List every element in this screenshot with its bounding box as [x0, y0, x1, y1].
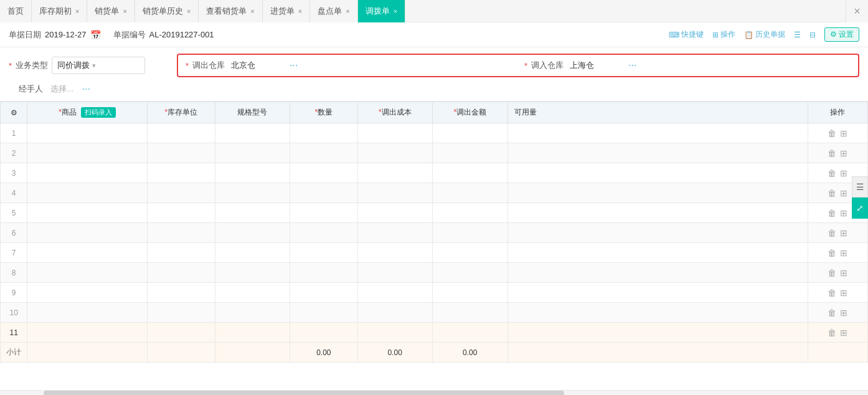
row-2-quantity[interactable] [290, 143, 357, 163]
row-3-available[interactable] [507, 163, 808, 183]
row-7-amount[interactable] [433, 243, 508, 263]
handler-more-btn[interactable]: ··· [82, 83, 90, 95]
transfer-in-more-btn[interactable]: ··· [628, 60, 636, 71]
row-4-available[interactable] [507, 183, 808, 203]
row-2-copy-icon[interactable]: ⊞ [840, 148, 847, 158]
tab-inventory-init[interactable]: 库存期初 × [32, 0, 87, 22]
row-4-copy-icon[interactable]: ⊞ [840, 188, 847, 198]
row-3-spec[interactable] [215, 163, 290, 183]
view-toggle-grid[interactable]: ⊟ [809, 31, 816, 39]
row-9-spec[interactable] [215, 283, 290, 303]
row-1-available[interactable] [507, 123, 808, 143]
row-8-product[interactable] [27, 263, 148, 283]
row-4-delete-icon[interactable]: 🗑 [828, 188, 836, 198]
tab-transfer-order-close[interactable]: × [394, 7, 397, 15]
tab-inventory-check[interactable]: 盘点单 × [310, 0, 357, 22]
scroll-thumb[interactable] [44, 391, 564, 395]
tab-view-sales-close[interactable]: × [250, 7, 254, 15]
main-close-button[interactable]: × [846, 0, 868, 22]
row-3-product[interactable] [27, 163, 148, 183]
tab-view-sales[interactable]: 查看销货单 × [199, 0, 262, 22]
biz-type-select[interactable]: 同价调拨 ▾ [52, 57, 145, 74]
horizontal-scrollbar[interactable] [0, 390, 868, 395]
row-3-unit[interactable] [148, 163, 215, 183]
tab-transfer-order[interactable]: 调拨单 × [358, 0, 405, 22]
row-11-copy-icon[interactable]: ⊞ [840, 328, 847, 338]
row-8-quantity[interactable] [290, 263, 357, 283]
subtotal-unit[interactable] [148, 323, 215, 343]
row-9-product[interactable] [27, 283, 148, 303]
tab-home[interactable]: 首页 [0, 0, 32, 22]
row-5-product[interactable] [27, 203, 148, 223]
row-4-cost[interactable] [357, 183, 433, 203]
row-6-product[interactable] [27, 223, 148, 243]
row-2-amount[interactable] [433, 143, 508, 163]
row-2-unit[interactable] [148, 143, 215, 163]
row-2-delete-icon[interactable]: 🗑 [828, 148, 836, 158]
row-7-spec[interactable] [215, 243, 290, 263]
row-9-amount[interactable] [433, 283, 508, 303]
row-10-available[interactable] [507, 303, 808, 323]
row-5-delete-icon[interactable]: 🗑 [828, 208, 836, 218]
row-3-quantity[interactable] [290, 163, 357, 183]
view-toggle-list[interactable]: ☰ [794, 31, 801, 39]
row-10-unit[interactable] [148, 303, 215, 323]
row-1-delete-icon[interactable]: 🗑 [828, 128, 836, 138]
settings-button[interactable]: ⚙ 设置 [824, 27, 859, 42]
th-gear[interactable]: ⚙ [1, 102, 27, 123]
row-7-cost[interactable] [357, 243, 433, 263]
transfer-out-more-btn[interactable]: ··· [290, 60, 298, 71]
row-1-cost[interactable] [357, 123, 433, 143]
subtotal-product[interactable] [27, 323, 148, 343]
row-6-available[interactable] [507, 223, 808, 243]
row-10-cost[interactable] [357, 303, 433, 323]
row-5-cost[interactable] [357, 203, 433, 223]
row-7-available[interactable] [507, 243, 808, 263]
row-10-quantity[interactable] [290, 303, 357, 323]
row-4-spec[interactable] [215, 183, 290, 203]
row-10-product[interactable] [27, 303, 148, 323]
row-5-unit[interactable] [148, 203, 215, 223]
row-6-quantity[interactable] [290, 223, 357, 243]
row-3-delete-icon[interactable]: 🗑 [828, 168, 836, 178]
tab-sales-order-close[interactable]: × [123, 7, 126, 15]
row-7-quantity[interactable] [290, 243, 357, 263]
row-8-cost[interactable] [357, 263, 433, 283]
tab-inventory-init-close[interactable]: × [75, 7, 79, 15]
row-1-product[interactable] [27, 123, 148, 143]
row-7-product[interactable] [27, 243, 148, 263]
scan-entry-button[interactable]: 扫码录入 [81, 107, 116, 118]
row-1-spec[interactable] [215, 123, 290, 143]
row-6-delete-icon[interactable]: 🗑 [828, 228, 836, 238]
row-4-quantity[interactable] [290, 183, 357, 203]
row-9-copy-icon[interactable]: ⊞ [840, 288, 847, 298]
row-9-quantity[interactable] [290, 283, 357, 303]
row-5-copy-icon[interactable]: ⊞ [840, 208, 847, 218]
row-1-amount[interactable] [433, 123, 508, 143]
row-8-copy-icon[interactable]: ⊞ [840, 268, 847, 278]
row-9-unit[interactable] [148, 283, 215, 303]
tab-sales-history-close[interactable]: × [187, 7, 191, 15]
row-8-delete-icon[interactable]: 🗑 [828, 268, 836, 278]
shortcuts-button[interactable]: ⌨ 快捷键 [669, 29, 704, 40]
row-10-amount[interactable] [433, 303, 508, 323]
row-1-copy-icon[interactable]: ⊞ [840, 128, 847, 138]
row-6-unit[interactable] [148, 223, 215, 243]
row-7-unit[interactable] [148, 243, 215, 263]
row-5-quantity[interactable] [290, 203, 357, 223]
row-8-unit[interactable] [148, 263, 215, 283]
row-8-amount[interactable] [433, 263, 508, 283]
row-10-spec[interactable] [215, 303, 290, 323]
row-6-cost[interactable] [357, 223, 433, 243]
row-1-unit[interactable] [148, 123, 215, 143]
row-10-delete-icon[interactable]: 🗑 [828, 308, 836, 318]
row-8-spec[interactable] [215, 263, 290, 283]
row-1-quantity[interactable] [290, 123, 357, 143]
tab-sales-order[interactable]: 销货单 × [87, 0, 134, 22]
operations-button[interactable]: ⊞ 操作 [712, 29, 735, 40]
row-6-copy-icon[interactable]: ⊞ [840, 228, 847, 238]
row-9-available[interactable] [507, 283, 808, 303]
row-8-available[interactable] [507, 263, 808, 283]
history-button[interactable]: 📋 历史单据 [744, 29, 785, 40]
row-6-amount[interactable] [433, 223, 508, 243]
